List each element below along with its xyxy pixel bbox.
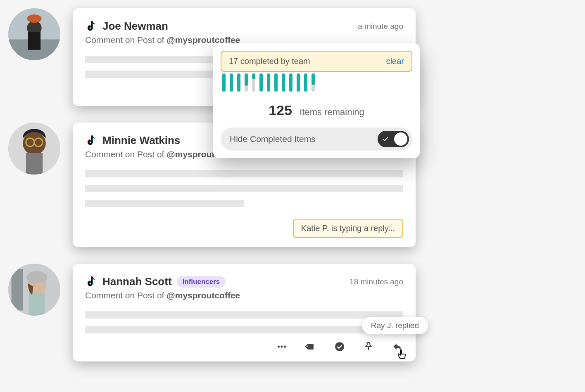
more-icon[interactable] (276, 341, 288, 352)
progress-bar (230, 73, 233, 92)
content-placeholder (85, 170, 403, 177)
feed-row: Hannah Scott Influencers 18 minutes ago … (8, 264, 577, 361)
clear-link[interactable]: clear (386, 57, 404, 66)
message-card: Hannah Scott Influencers 18 minutes ago … (73, 264, 416, 361)
progress-bar (304, 73, 307, 92)
progress-bars (221, 73, 412, 93)
progress-bar (245, 73, 248, 92)
progress-bar (297, 73, 300, 92)
remaining-count: 125 (269, 102, 292, 118)
feed-row: Joe Newman a minute ago Comment on Post … (8, 8, 577, 106)
svg-rect-17 (29, 293, 45, 316)
card-subheader: Comment on Post of @mysproutcoffee (85, 290, 403, 300)
typing-indicator: Katie P. is typing a reply... (293, 219, 403, 238)
complete-icon[interactable] (334, 341, 345, 352)
tiktok-icon (85, 20, 98, 33)
progress-bar (222, 73, 226, 92)
timestamp: a minute ago (358, 22, 403, 31)
hide-completed-toggle[interactable] (378, 131, 409, 147)
popover-banner: 17 completed by team clear (221, 51, 412, 72)
author-name: Joe Newman (102, 20, 168, 33)
reply-tooltip: Ray J. replied (362, 317, 428, 334)
completed-count-text: 17 completed by team (229, 57, 310, 66)
progress-bar (252, 73, 255, 92)
subheader-prefix: Comment on Post of (85, 149, 166, 159)
message-feed: Joe Newman a minute ago Comment on Post … (8, 8, 577, 361)
progress-bar (259, 73, 263, 92)
toggle-knob (394, 132, 407, 146)
svg-point-16 (26, 271, 47, 283)
author-name: Hannah Scott (102, 275, 172, 288)
check-icon (382, 135, 389, 143)
avatar (8, 264, 60, 316)
hide-completed-row: Hide Completed Items (221, 128, 412, 151)
card-actions: Ray J. replied (85, 341, 403, 352)
svg-rect-14 (12, 269, 23, 311)
hide-completed-label: Hide Completed Items (230, 134, 316, 144)
progress-bar (267, 73, 270, 92)
tiktok-icon (85, 135, 98, 147)
items-remaining: 125 Items remaining (221, 102, 412, 118)
influencer-tag[interactable]: Influencers (177, 276, 226, 288)
svg-point-19 (281, 345, 283, 347)
tag-icon[interactable] (305, 341, 316, 352)
author-name: Minnie Watkins (102, 134, 180, 147)
message-card: Joe Newman a minute ago Comment on Post … (73, 8, 416, 106)
card-header: Joe Newman a minute ago (85, 20, 403, 33)
post-handle: @mysproutcoffee (166, 290, 240, 300)
progress-bar (282, 73, 285, 92)
avatar (8, 123, 60, 175)
svg-point-21 (335, 342, 344, 351)
tiktok-icon (85, 276, 98, 288)
pin-icon[interactable] (363, 341, 374, 352)
progress-bar (312, 73, 315, 92)
progress-bar (237, 73, 240, 92)
content-placeholder (85, 185, 403, 192)
svg-rect-12 (26, 153, 43, 175)
svg-point-20 (284, 345, 286, 347)
svg-point-4 (27, 14, 41, 23)
subheader-prefix: Comment on Post of (85, 290, 166, 300)
svg-point-18 (278, 345, 280, 347)
progress-popover: 17 completed by team clear 125 Items rem… (213, 43, 420, 158)
card-header: Hannah Scott Influencers 18 minutes ago (85, 275, 403, 288)
progress-bar (289, 73, 292, 92)
remaining-label: Items remaining (300, 107, 364, 117)
content-placeholder (85, 311, 403, 319)
avatar (8, 8, 60, 60)
cursor-icon (396, 348, 408, 361)
timestamp: 18 minutes ago (350, 277, 403, 286)
progress-bar (274, 73, 278, 92)
svg-rect-3 (28, 32, 40, 50)
subheader-prefix: Comment on Post of (85, 35, 166, 45)
content-placeholder (85, 200, 244, 207)
content-placeholder (85, 326, 403, 333)
